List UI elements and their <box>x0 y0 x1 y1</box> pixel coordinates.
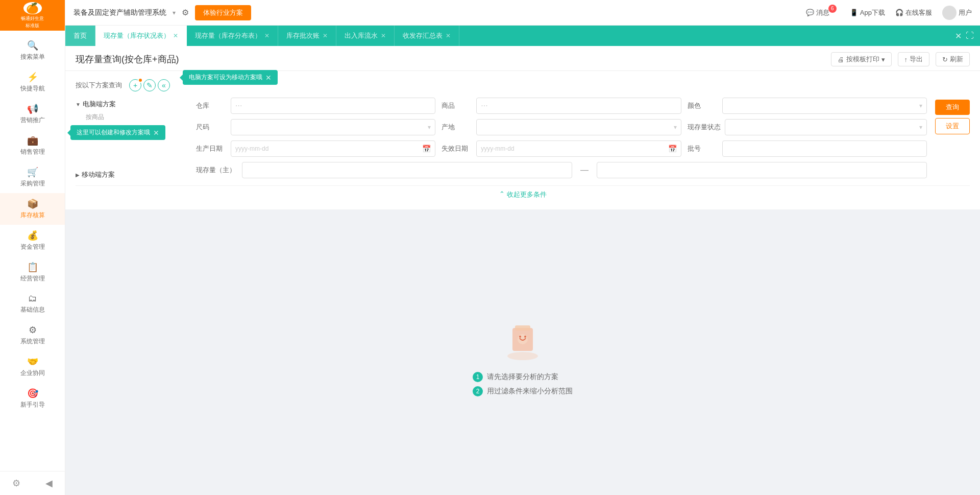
tab-batch-account[interactable]: 库存批次账 ✕ <box>278 26 336 46</box>
expire-date-calendar-icon[interactable]: 📅 <box>668 145 677 153</box>
sidebar-item-marketing[interactable]: 📢 营销推广 <box>0 98 65 130</box>
sidebar-item-label: 快捷导航 <box>20 84 45 93</box>
industry-btn[interactable]: 体验行业方案 <box>195 5 251 20</box>
sidebar-item-purchase[interactable]: 🛒 采购管理 <box>0 161 65 193</box>
notification-item[interactable]: 💬 消息 6 <box>806 8 840 17</box>
produce-date-calendar-icon[interactable]: 📅 <box>422 145 431 153</box>
fields-row-2: 尺码 ▾ 产地 ▾ <box>196 119 927 135</box>
tabs-close-all-icon[interactable]: ✕ <box>955 31 962 41</box>
field-size: 尺码 ▾ <box>196 119 435 135</box>
field-produce-date: 生产日期 yyyy-mm-dd 📅 <box>196 140 435 157</box>
close-tab-batch-account[interactable]: ✕ <box>323 32 328 39</box>
scheme-mobile[interactable]: ▶ 移动端方案 <box>76 168 188 181</box>
color-label: 颜色 <box>688 101 718 110</box>
sidebar-item-operations[interactable]: 📋 经营管理 <box>0 256 65 288</box>
fields-row-1: 仓库 ··· 商品 ··· 颜色 <box>196 98 927 114</box>
support-label: 在线客服 <box>905 8 932 17</box>
scheme-arrow-mobile: ▶ <box>76 172 80 178</box>
template-print-btn[interactable]: 🖨 按模板打印 ▾ <box>831 52 892 66</box>
reset-button[interactable]: 设置 <box>935 118 970 134</box>
tab-home[interactable]: 首页 <box>65 26 95 46</box>
goods-input[interactable]: ··· <box>476 98 681 114</box>
close-tab-stock-dist[interactable]: ✕ <box>264 32 270 39</box>
settings-icon[interactable]: ⚙ <box>182 8 189 17</box>
empty-step-1: 1 请先选择要分析的方案 <box>473 372 573 382</box>
inout-flow-tab-label: 出入库流水 <box>345 31 378 40</box>
sidebar-item-finance[interactable]: 💰 资金管理 <box>0 225 65 256</box>
tab-recv-send[interactable]: 收发存汇总表 ✕ <box>395 26 459 46</box>
sidebar-item-system[interactable]: ⚙ 系统管理 <box>0 319 65 351</box>
sidebar-item-base[interactable]: 🗂 基础信息 <box>0 288 65 319</box>
stock-status-select[interactable]: ▾ <box>725 119 927 135</box>
tooltip-text-2: 这里可以创建和修改方案哦 <box>77 128 150 137</box>
system-dropdown-icon[interactable]: ▾ <box>173 9 176 16</box>
sidebar-item-sales[interactable]: 💼 销售管理 <box>0 130 65 161</box>
color-select[interactable]: ▾ <box>722 98 927 114</box>
header-left: 装备及固定资产辅助管理系统 ▾ ⚙ 体验行业方案 <box>74 5 251 20</box>
inventory-to-input[interactable] <box>597 162 927 178</box>
sidebar-item-guide[interactable]: 🎯 新手引导 <box>0 383 65 414</box>
search-menu-icon: 🔍 <box>27 40 38 51</box>
close-tab-stock-status[interactable]: ✕ <box>173 32 178 39</box>
settings-bottom-icon[interactable]: ⚙ <box>12 478 20 489</box>
sidebar-item-search[interactable]: 🔍 搜索菜单 <box>0 35 65 66</box>
print-icon: 🖨 <box>838 56 844 63</box>
arrow-left-btn[interactable]: « <box>158 79 170 91</box>
page-title-row: 现存量查询(按仓库+商品) 🖨 按模板打印 ▾ ↑ 导出 ↻ 刷新 <box>76 52 970 70</box>
edit-scheme-btn[interactable]: ✎ <box>143 79 156 91</box>
chevron-down-icon: ▾ <box>881 56 885 63</box>
filter-area: 按以下方案查询 + ✎ « 电脑方案可设为移动方案哦 ✕ <box>65 71 980 209</box>
refresh-btn[interactable]: ↻ 刷新 <box>936 52 970 66</box>
app-download-item[interactable]: 📱 App下载 <box>850 8 885 17</box>
close-tooltip-1[interactable]: ✕ <box>265 74 272 82</box>
tab-stock-status[interactable]: 现存量（库存状况表） ✕ <box>95 26 187 46</box>
scheme-child-item-1[interactable]: 按商品 <box>86 111 188 124</box>
collapse-sidebar-icon[interactable]: ◀ <box>45 478 53 489</box>
tabs-bar: 首页 现存量（库存状况表） ✕ 现存量（库存分布表） ✕ 库存批次账 ✕ 出入库… <box>65 26 980 46</box>
scheme-desktop[interactable]: ▼ 电脑端方案 <box>76 98 188 111</box>
edit-icon: ✎ <box>146 81 153 89</box>
collapse-row[interactable]: ⌃ 收起更多条件 <box>76 185 970 203</box>
sidebar-item-enterprise[interactable]: 🤝 企业协同 <box>0 351 65 383</box>
home-tab-label: 首页 <box>74 31 87 40</box>
notification-icon: 💬 <box>806 9 814 16</box>
warehouse-input[interactable]: ··· <box>231 98 435 114</box>
support-item[interactable]: 🎧 在线客服 <box>895 8 932 17</box>
origin-select[interactable]: ▾ <box>476 119 681 135</box>
produce-date-input[interactable]: yyyy-mm-dd 📅 <box>231 140 435 157</box>
batch-account-tab-label: 库存批次账 <box>286 31 320 40</box>
sidebar-item-label: 库存核算 <box>20 211 45 220</box>
sidebar-item-label: 企业协同 <box>20 369 45 378</box>
add-scheme-btn[interactable]: + <box>129 79 141 91</box>
inventory-from-input[interactable] <box>242 162 572 178</box>
tab-stock-dist[interactable]: 现存量（库存分布表） ✕ <box>187 26 278 46</box>
close-tab-recv-send[interactable]: ✕ <box>446 32 451 39</box>
sidebar-item-quicknav[interactable]: ⚡ 快捷导航 <box>0 66 65 98</box>
empty-step-2: 2 用过滤条件来缩小分析范围 <box>473 386 573 396</box>
batch-no-input[interactable] <box>722 140 927 157</box>
field-batch-no: 批号 <box>688 140 927 157</box>
stock-status-label: 现存量状态 <box>688 123 721 132</box>
user-label: 用户 <box>959 8 972 17</box>
user-item[interactable]: 用户 <box>942 6 972 20</box>
finance-icon: 💰 <box>27 230 38 241</box>
empty-steps: 1 请先选择要分析的方案 2 用过滤条件来缩小分析范围 <box>473 372 573 396</box>
close-tooltip-2[interactable]: ✕ <box>153 129 159 137</box>
export-btn[interactable]: ↑ 导出 <box>898 52 930 66</box>
svg-point-0 <box>507 352 538 360</box>
close-tab-inout-flow[interactable]: ✕ <box>381 32 386 39</box>
step-2-text: 用过滤条件来缩小分析范围 <box>487 387 573 396</box>
inventory-range-row: 现存量（主） — <box>196 162 927 178</box>
svg-point-4 <box>519 336 521 338</box>
expire-date-input[interactable]: yyyy-mm-dd 📅 <box>476 140 681 157</box>
sidebar-item-label: 搜索菜单 <box>20 53 45 61</box>
field-stock-status: 现存量状态 ▾ <box>688 119 927 135</box>
sidebar-item-label: 基础信息 <box>20 305 45 314</box>
search-button[interactable]: 查询 <box>935 100 970 115</box>
tabs-expand-icon[interactable]: ⛶ <box>966 31 974 40</box>
tab-inout-flow[interactable]: 出入库流水 ✕ <box>336 26 395 46</box>
field-color: 颜色 ▾ <box>688 98 927 114</box>
sidebar-item-inventory[interactable]: 📦 库存核算 <box>0 193 65 225</box>
warehouse-dots: ··· <box>235 101 242 110</box>
size-select[interactable]: ▾ <box>231 119 435 135</box>
